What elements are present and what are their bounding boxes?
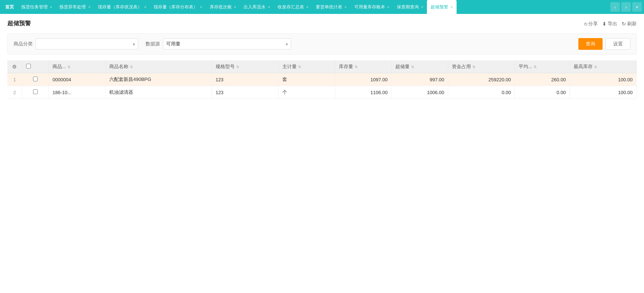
sort-icon: ⇅: [236, 65, 239, 69]
nav-tab-expiry[interactable]: 保质期查询 ×: [393, 0, 427, 14]
category-label: 商品分类: [14, 41, 33, 47]
sort-overstock[interactable]: 超储量 ⇅: [395, 63, 414, 70]
close-icon[interactable]: ×: [344, 5, 347, 9]
export-button[interactable]: ⬇ 导出: [602, 21, 617, 27]
nav-tab-batch-ledger[interactable]: 库存批次账 ×: [206, 0, 240, 14]
row-checkbox-cell[interactable]: [22, 73, 49, 86]
row-checkbox[interactable]: [33, 89, 38, 94]
close-icon[interactable]: ×: [387, 5, 389, 9]
close-icon[interactable]: ×: [450, 5, 453, 9]
close-icon[interactable]: ×: [421, 5, 423, 9]
sort-unit[interactable]: 主计量 ⇅: [282, 63, 301, 70]
row-checkbox[interactable]: [33, 77, 38, 81]
table-body: 1 0000004 六配套新昌490BPG 123 套 1097.00 997.…: [7, 73, 637, 99]
category-select[interactable]: [36, 38, 138, 49]
overstock-cell: 1006.00: [392, 86, 448, 99]
select-all-checkbox[interactable]: [26, 64, 31, 68]
close-icon[interactable]: ×: [88, 5, 90, 9]
close-icon[interactable]: ×: [306, 5, 308, 9]
refresh-button[interactable]: ↻ 刷新: [622, 21, 637, 27]
sort-avg[interactable]: 平均... ⇅: [519, 63, 537, 70]
product-name-cell: 六配套新昌490BPG: [106, 73, 212, 86]
overstock-cell: 997.00: [392, 73, 448, 86]
sort-icon: ⇅: [298, 65, 301, 69]
sort-icon: ⇅: [534, 65, 537, 69]
table-header-row: ⚙ 商品... ⇅ 商品名称 ⇅: [7, 60, 637, 73]
product-name-col-header[interactable]: 商品名称 ⇅: [106, 60, 212, 73]
filter-area: 商品分类 数据源 可用量 查询 设置: [7, 33, 637, 55]
unit-cell: 个: [278, 86, 335, 99]
header-actions: ⎋ 分享 ⬇ 导出 ↻ 刷新: [584, 21, 637, 27]
filter-actions: 查询 设置: [578, 38, 630, 50]
settings-col-header[interactable]: ⚙: [7, 60, 22, 73]
close-icon[interactable]: ×: [144, 5, 146, 9]
chevron-down-icon: [286, 41, 288, 47]
capital-cell: 259220.00: [448, 73, 515, 86]
settings-icon[interactable]: ⚙: [12, 64, 17, 70]
sort-icon: ⇅: [472, 65, 475, 69]
unit-cell: 套: [278, 73, 335, 86]
export-icon: ⬇: [602, 21, 607, 27]
table-row[interactable]: 1 0000004 六配套新昌490BPG 123 套 1097.00 997.…: [7, 73, 637, 86]
share-button[interactable]: ⎋ 分享: [584, 21, 598, 27]
product-code-cell: 0000004: [49, 73, 106, 86]
nav-tab-order-stats[interactable]: 要货单统计表 ×: [312, 0, 350, 14]
nav-tab-pick-task[interactable]: 拣货任务管理 ×: [18, 0, 56, 14]
row-checkbox-cell[interactable]: [22, 86, 49, 99]
nav-tab-inventory-status[interactable]: 现存量（库存状况表） ×: [94, 0, 150, 14]
row-number: 1: [7, 73, 22, 86]
sort-inventory[interactable]: 库存量 ⇅: [339, 63, 358, 70]
nav-tab-inventory-dist[interactable]: 现存量（库存分布表） ×: [150, 0, 206, 14]
sort-icon: ⇅: [130, 65, 133, 69]
close-icon[interactable]: ×: [50, 5, 52, 9]
close-icon[interactable]: ×: [200, 5, 202, 9]
spec-col-header[interactable]: 规格型号 ⇅: [212, 60, 278, 73]
product-code-col-header[interactable]: 商品... ⇅: [49, 60, 106, 73]
datasource-select[interactable]: 可用量: [163, 38, 291, 49]
sort-spec[interactable]: 规格型号 ⇅: [216, 63, 239, 70]
datasource-select-value: 可用量: [166, 41, 180, 47]
close-icon[interactable]: ×: [234, 5, 236, 9]
sort-icon: ⇅: [594, 65, 597, 69]
nav-tab-available-ledger[interactable]: 可用量库存账本 ×: [351, 0, 393, 14]
sort-icon: ⇅: [67, 65, 70, 69]
avg-col-header[interactable]: 平均... ⇅: [515, 60, 570, 73]
table-row[interactable]: 2 186-10... 机油滤清器 123 个 1106.00 1006.00 …: [7, 86, 637, 99]
row-number: 2: [7, 86, 22, 99]
nav-tab-overstock[interactable]: 超储预警 ×: [427, 0, 456, 14]
nav-tab-flow[interactable]: 出入库流水 ×: [240, 0, 274, 14]
max-stock-cell: 100.00: [570, 73, 636, 86]
product-code-cell: 186-10...: [49, 86, 106, 99]
chevron-down-icon: [133, 41, 135, 47]
set-button[interactable]: 设置: [605, 38, 630, 50]
close-icon[interactable]: ×: [268, 5, 270, 9]
overstock-col-header[interactable]: 超储量 ⇅: [392, 60, 448, 73]
query-button[interactable]: 查询: [578, 38, 603, 50]
checkbox-col-header[interactable]: [22, 60, 49, 73]
datasource-filter-group: 数据源 可用量: [146, 38, 291, 49]
nav-arrow-right[interactable]: ›: [621, 2, 631, 12]
datasource-label: 数据源: [146, 41, 160, 47]
max-stock-col-header[interactable]: 最高库存 ⇅: [570, 60, 636, 73]
sort-icon: ⇅: [355, 65, 358, 69]
inventory-cell: 1106.00: [335, 86, 391, 99]
spec-cell: 123: [212, 73, 278, 86]
inventory-col-header[interactable]: 库存量 ⇅: [335, 60, 391, 73]
top-navigation: 首页 拣货任务管理 × 拣货异常处理 × 现存量（库存状况表） × 现存量（库存…: [0, 0, 644, 14]
sort-icon: ⇅: [411, 65, 414, 69]
nav-tab-home[interactable]: 首页: [1, 0, 18, 14]
nav-arrow-left[interactable]: ‹: [610, 2, 620, 12]
refresh-icon: ↻: [622, 21, 626, 27]
capital-col-header[interactable]: 资金占用 ⇅: [448, 60, 515, 73]
sort-product-code[interactable]: 商品... ⇅: [52, 63, 70, 70]
nav-tab-summary[interactable]: 收发存汇总表 ×: [274, 0, 312, 14]
sort-max-stock[interactable]: 最高库存 ⇅: [574, 63, 597, 70]
sort-capital[interactable]: 资金占用 ⇅: [452, 63, 475, 70]
nav-arrows: ‹ › ×: [610, 2, 643, 12]
sort-product-name[interactable]: 商品名称 ⇅: [109, 63, 133, 70]
nav-tab-pick-exception[interactable]: 拣货异常处理 ×: [56, 0, 94, 14]
nav-arrow-close[interactable]: ×: [632, 2, 642, 12]
avg-cell: 0.00: [515, 86, 570, 99]
unit-col-header[interactable]: 主计量 ⇅: [278, 60, 335, 73]
max-stock-cell: 100.00: [570, 86, 636, 99]
